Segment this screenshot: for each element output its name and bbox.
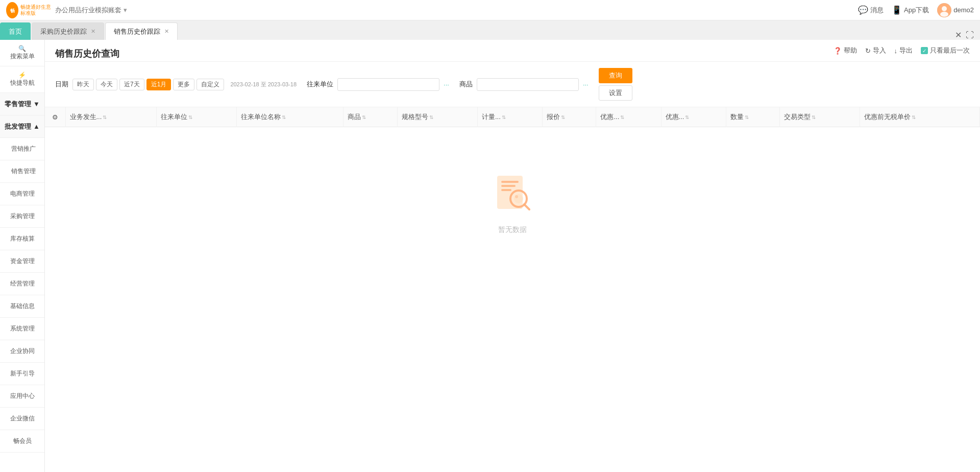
tab-sales[interactable]: 销售历史价跟踪 ✕	[105, 22, 178, 40]
date-label: 日期	[55, 80, 68, 89]
col-spec[interactable]: 规格型号⇅	[397, 107, 477, 127]
goods-ellipsis[interactable]: ···	[583, 81, 589, 88]
date-btn-yesterday[interactable]: 昨天	[72, 79, 94, 90]
sidebar-item-finance[interactable]: 资金管理	[0, 250, 44, 273]
tab-home[interactable]: 首页	[0, 22, 31, 40]
import-icon: ↻	[865, 47, 871, 55]
svg-line-11	[524, 204, 529, 209]
sidebar-item-guide[interactable]: 新手引导	[0, 363, 44, 385]
avatar	[937, 3, 951, 17]
sidebar-item-wechat[interactable]: 企业微信	[0, 408, 44, 430]
sidebar-item-marketing[interactable]: 营销推广	[0, 138, 44, 160]
col-quote[interactable]: 报价⇅	[543, 107, 596, 127]
goods-label: 商品	[459, 80, 473, 89]
col-biz-date[interactable]: 业务发生...⇅	[65, 107, 157, 127]
sidebar-item-enterprise[interactable]: 企业协同	[0, 340, 44, 363]
page-header: 销售历史价查询 ❓ 帮助 ↻ 导入 ↓ 导出 ✓ 只看最后一次	[45, 40, 980, 62]
logo-text: 畅捷通好生意 标准版	[20, 4, 51, 16]
sidebar-item-retail-mgmt[interactable]: 零售管理 ▼	[0, 93, 44, 115]
tab-expand-icon[interactable]: ⛶	[966, 31, 974, 40]
date-filter-group: 日期 昨天 今天 近7天 近1月 更多 自定义 2023-02-18 至 202…	[55, 79, 297, 90]
help-icon: ❓	[834, 47, 842, 55]
sidebar-item-system[interactable]: 系统管理	[0, 318, 44, 340]
app-download-action[interactable]: 📱 App下载	[892, 5, 929, 15]
empty-state: 暂无数据	[45, 127, 980, 275]
sidebar-item-operations[interactable]: 经营管理	[0, 273, 44, 295]
tab-bar: 首页 采购历史价跟踪 ✕ 销售历史价跟踪 ✕ ✕ ⛶	[0, 20, 980, 40]
top-bar: 畅 畅捷通好生意 标准版 办公用品行业模拟账套 ▾ 💬 消息 📱 App下载	[0, 0, 980, 20]
settings-button[interactable]: 设置	[599, 85, 632, 101]
page-title: 销售历史价查询	[55, 48, 119, 60]
sidebar-item-ecommerce[interactable]: 电商管理	[0, 183, 44, 205]
sidebar-quicknav-icon: ⚡	[18, 72, 26, 79]
sidebar-item-wholesale-mgmt[interactable]: 批发管理 ▲	[0, 115, 44, 138]
date-btn-last1m[interactable]: 近1月	[146, 79, 172, 90]
nav-title-area: 办公用品行业模拟账套 ▾	[51, 6, 858, 15]
nav-title: 办公用品行业模拟账套	[55, 6, 121, 15]
sidebar-item-app-center[interactable]: 应用中心	[0, 385, 44, 408]
page-header-actions: ❓ 帮助 ↻ 导入 ↓ 导出 ✓ 只看最后一次	[834, 46, 970, 61]
date-btn-custom[interactable]: 自定义	[197, 79, 224, 90]
sidebar-item-quick-nav[interactable]: ⚡ 快捷导航	[0, 66, 44, 93]
svg-rect-7	[501, 185, 516, 187]
sidebar: 🔍 搜索菜单 ⚡ 快捷导航 零售管理 ▼ 批发管理 ▲ 营销推广 销售管理 电商…	[0, 40, 45, 472]
empty-state-icon	[487, 168, 538, 219]
content-area: 销售历史价查询 ❓ 帮助 ↻ 导入 ↓ 导出 ✓ 只看最后一次	[45, 40, 980, 472]
partner-ellipsis[interactable]: ···	[444, 81, 449, 88]
sidebar-search-icon: 🔍	[18, 45, 26, 52]
user-avatar-action[interactable]: demo2	[937, 3, 974, 17]
user-name: demo2	[953, 6, 974, 14]
message-action[interactable]: 💬 消息	[858, 5, 884, 15]
date-btn-last7[interactable]: 近7天	[119, 79, 144, 90]
tab-close-all-icon[interactable]: ✕	[955, 30, 962, 40]
sidebar-item-sales-mgmt[interactable]: 销售管理	[0, 160, 44, 183]
col-trade-type[interactable]: 交易类型⇅	[779, 107, 860, 127]
col-pretax-price[interactable]: 优惠前无税单价⇅	[860, 107, 980, 127]
tab-sales-close[interactable]: ✕	[164, 28, 169, 35]
svg-text:畅: 畅	[10, 8, 15, 13]
svg-rect-5	[497, 176, 523, 209]
chevron-down-icon: ▼	[33, 100, 40, 108]
tab-purchase-close[interactable]: ✕	[91, 28, 95, 35]
col-qty[interactable]: 数量⇅	[726, 107, 779, 127]
sidebar-item-member[interactable]: 畅会员	[0, 430, 44, 453]
date-range-text: 2023-02-18 至 2023-03-18	[230, 81, 297, 88]
nav-dropdown-icon[interactable]: ▾	[124, 6, 127, 14]
logo: 畅 畅捷通好生意 标准版	[6, 2, 51, 18]
export-action[interactable]: ↓ 导出	[894, 46, 913, 55]
svg-point-3	[942, 6, 947, 11]
goods-filter-group: 商品 ···	[459, 78, 589, 91]
empty-state-text: 暂无数据	[498, 225, 527, 234]
checkbox-checked-icon: ✓	[921, 47, 928, 54]
help-action[interactable]: ❓ 帮助	[834, 46, 857, 55]
sidebar-item-basic-info[interactable]: 基础信息	[0, 295, 44, 318]
filter-buttons: 查询 设置	[599, 68, 632, 101]
tab-purchase[interactable]: 采购历史价跟踪 ✕	[32, 22, 104, 40]
partner-label: 往来单位	[307, 80, 333, 89]
sidebar-item-purchase-mgmt[interactable]: 采购管理	[0, 205, 44, 228]
partner-input[interactable]	[337, 78, 439, 91]
svg-rect-8	[501, 189, 511, 191]
chevron-up-icon: ▲	[33, 123, 40, 130]
svg-point-12	[515, 195, 518, 198]
goods-input[interactable]	[477, 78, 579, 91]
query-button[interactable]: 查询	[599, 68, 632, 83]
only-latest-checkbox[interactable]: ✓ 只看最后一次	[921, 46, 970, 55]
col-unit[interactable]: 计量...⇅	[477, 107, 542, 127]
message-icon: 💬	[858, 5, 868, 15]
date-btn-more[interactable]: 更多	[173, 79, 194, 90]
import-action[interactable]: ↻ 导入	[865, 46, 886, 55]
col-settings[interactable]: ⚙	[45, 107, 65, 127]
col-goods[interactable]: 商品⇅	[344, 107, 397, 127]
col-partner-name[interactable]: 往来单位名称⇅	[237, 107, 344, 127]
top-actions: 💬 消息 📱 App下载 demo2	[858, 3, 974, 17]
date-buttons: 昨天 今天 近7天 近1月 更多 自定义	[72, 79, 224, 90]
col-partner-code[interactable]: 往来单位⇅	[157, 107, 237, 127]
col-discount2[interactable]: 优惠...⇅	[661, 107, 726, 127]
col-discount1[interactable]: 优惠...⇅	[596, 107, 661, 127]
sidebar-item-search-menu[interactable]: 🔍 搜索菜单	[0, 40, 44, 66]
partner-filter-group: 往来单位 ···	[307, 78, 449, 91]
tab-home-label: 首页	[9, 27, 22, 36]
date-btn-today[interactable]: 今天	[96, 79, 117, 90]
sidebar-item-inventory[interactable]: 库存核算	[0, 228, 44, 250]
